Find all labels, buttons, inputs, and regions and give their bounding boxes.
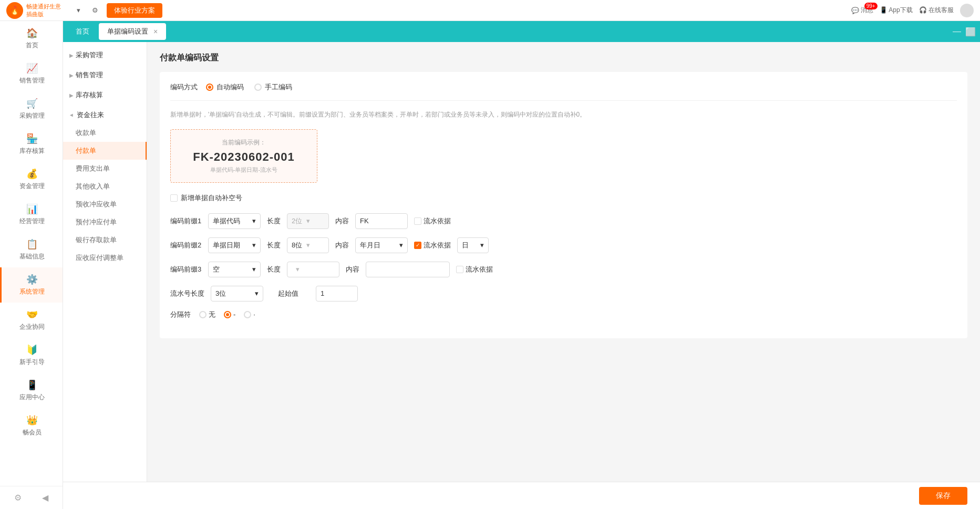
prefix3-content-input[interactable] bbox=[366, 262, 450, 277]
prefix3-select[interactable]: 空 ▾ bbox=[208, 262, 261, 277]
sidebar-item-base[interactable]: 📋 基础信息 bbox=[0, 232, 63, 267]
prefix2-period-select[interactable]: 日 ▾ bbox=[457, 237, 489, 253]
prefix1-content-input[interactable]: FK bbox=[355, 213, 408, 229]
tab-home[interactable]: 首页 bbox=[67, 23, 98, 40]
subsidebar-item-receipt[interactable]: 收款单 bbox=[63, 124, 147, 142]
sidebar-item-enterprise[interactable]: 🤝 企业协同 bbox=[0, 303, 63, 338]
sep-dash-radio[interactable] bbox=[224, 311, 231, 318]
prefix1-serial-cb-box[interactable] bbox=[414, 217, 421, 225]
subsidebar-group-inventory-title[interactable]: ▶ 库存核算 bbox=[63, 86, 147, 104]
subsidebar-item-expense[interactable]: 费用支出单 bbox=[63, 160, 147, 178]
sep-dot-radio[interactable] bbox=[244, 311, 251, 318]
brand-area: 🔥 畅捷通好生意 插曲版 bbox=[6, 2, 69, 19]
sep-dot-option[interactable]: · bbox=[244, 310, 255, 319]
window-maximize-icon[interactable]: ⬜ bbox=[965, 27, 976, 37]
subsidebar-item-advance-receivable[interactable]: 预收冲应收单 bbox=[63, 195, 147, 213]
subsidebar-group-capital-title[interactable]: ▼ 资金往来 bbox=[63, 106, 147, 124]
top-bar-left: 🔥 畅捷通好生意 插曲版 ▾ ⚙ 体验行业方案 bbox=[6, 2, 847, 19]
tab-close-icon[interactable]: × bbox=[153, 27, 158, 36]
sidebar-item-sales[interactable]: 📈 销售管理 bbox=[0, 56, 63, 91]
sep-dash-label: - bbox=[233, 310, 235, 318]
manual-encoding-radio[interactable] bbox=[254, 84, 262, 91]
separator-options: 无 - · bbox=[199, 310, 255, 319]
prefix1-content-label: 内容 bbox=[335, 216, 349, 226]
chevron-down-icon-c2: ▾ bbox=[399, 241, 403, 249]
user-avatar[interactable] bbox=[960, 4, 974, 17]
subsidebar-item-ap-adjustment[interactable]: 应收应付调整单 bbox=[63, 249, 147, 267]
auto-fill-checkbox[interactable] bbox=[170, 194, 178, 202]
sidebar-item-inventory[interactable]: 🏪 库存核算 bbox=[0, 127, 63, 162]
sidebar-item-apps[interactable]: 📱 应用中心 bbox=[0, 373, 63, 408]
member-icon: 👑 bbox=[26, 414, 38, 426]
window-minimize-icon[interactable]: — bbox=[953, 27, 961, 37]
preview-code: FK-20230602-001 bbox=[193, 150, 295, 164]
sidebar-collapse-btn[interactable]: ◀ bbox=[40, 491, 50, 505]
prefix3-serial-checkbox[interactable]: 流水依据 bbox=[456, 265, 493, 274]
sidebar-item-member[interactable]: 👑 畅会员 bbox=[0, 408, 63, 443]
sidebar-item-home[interactable]: 🏠 首页 bbox=[0, 21, 63, 56]
top-bar-right: 💬 消息 99+ 📱 App下载 🎧 在线客服 bbox=[851, 4, 974, 17]
sidebar-item-operation[interactable]: 📊 经营管理 bbox=[0, 197, 63, 232]
prefix2-length-input[interactable]: 8位 ▾ bbox=[287, 237, 329, 253]
subsidebar-group-inventory: ▶ 库存核算 bbox=[63, 86, 147, 104]
auto-encoding-option[interactable]: 自动编码 bbox=[206, 82, 244, 92]
online-service-btn[interactable]: 🎧 在线客服 bbox=[919, 6, 954, 15]
sub-layout: ▶ 采购管理 ▶ 销售管理 ▶ 库存核算 bbox=[63, 42, 980, 482]
prefix1-serial-checkbox[interactable]: 流水依据 bbox=[414, 216, 451, 226]
sep-none-option[interactable]: 无 bbox=[199, 310, 215, 319]
chevron-right-icon: ▶ bbox=[69, 53, 74, 58]
message-btn[interactable]: 💬 消息 99+ bbox=[851, 6, 873, 15]
sep-dash-option[interactable]: - bbox=[224, 310, 235, 319]
prefix3-content-label: 内容 bbox=[346, 265, 359, 274]
app-download-btn[interactable]: 📱 App下载 bbox=[880, 6, 913, 15]
manual-encoding-option[interactable]: 手工编码 bbox=[254, 82, 292, 92]
prefix2-select[interactable]: 单据日期 ▾ bbox=[208, 237, 261, 253]
prefix1-select[interactable]: 单据代码 ▾ bbox=[208, 213, 261, 229]
auto-fill-checkbox-row[interactable]: 新增单据自动补空号 bbox=[170, 193, 957, 203]
chevron-down-icon-p2: ▾ bbox=[252, 241, 256, 249]
serial-length-select[interactable]: 3位 ▾ bbox=[211, 286, 263, 302]
subsidebar-group-capital: ▼ 资金往来 收款单 付款单 费用支出单 其他收入单 bbox=[63, 106, 147, 267]
sep-none-radio[interactable] bbox=[199, 311, 207, 318]
chevron-down-icon-capital: ▼ bbox=[69, 112, 75, 118]
subsidebar-item-bank-deposit[interactable]: 银行存取款单 bbox=[63, 231, 147, 249]
subsidebar-item-advance-payable[interactable]: 预付冲应付单 bbox=[63, 213, 147, 231]
settings-icon[interactable]: ⚙ bbox=[88, 3, 102, 18]
subsidebar-group-purchase-title[interactable]: ▶ 采购管理 bbox=[63, 46, 147, 64]
auto-encoding-radio[interactable] bbox=[206, 84, 213, 91]
experience-btn[interactable]: 体验行业方案 bbox=[107, 3, 162, 18]
operation-icon: 📊 bbox=[26, 203, 38, 215]
tab-serial-setting[interactable]: 单据编码设置 × bbox=[99, 23, 166, 40]
prefix3-serial-cb-box[interactable] bbox=[456, 266, 463, 273]
sidebar-item-guide[interactable]: 🔰 新手引导 bbox=[0, 338, 63, 373]
serial-length-label: 流水号长度 bbox=[170, 289, 204, 298]
sep-dot-label: · bbox=[253, 310, 255, 318]
prefix3-serial-label: 流水依据 bbox=[466, 265, 493, 274]
start-value-input[interactable]: 1 bbox=[316, 286, 358, 302]
prefix3-row: 编码前缀3 空 ▾ 长度 ▾ 内容 bbox=[170, 262, 957, 277]
tab-bar: 首页 单据编码设置 × — ⬜ bbox=[63, 21, 980, 42]
preview-desc: 单据代码-单据日期-流水号 bbox=[210, 166, 277, 174]
sidebar-item-finance[interactable]: 💰 资金管理 bbox=[0, 162, 63, 197]
page-title: 付款单编码设置 bbox=[160, 53, 967, 64]
nav-dropdown[interactable]: ▾ bbox=[74, 5, 84, 15]
save-button[interactable]: 保存 bbox=[919, 487, 967, 505]
chevron-down-icon-sl: ▾ bbox=[255, 289, 259, 297]
content-card: 编码方式 自动编码 手工编码 bbox=[160, 72, 967, 338]
subsidebar-group-sales-title[interactable]: ▶ 销售管理 bbox=[63, 66, 147, 84]
subsidebar-item-other-income[interactable]: 其他收入单 bbox=[63, 178, 147, 195]
top-bar: 🔥 畅捷通好生意 插曲版 ▾ ⚙ 体验行业方案 💬 消息 99+ 📱 App下载… bbox=[0, 0, 980, 21]
prefix1-length-input[interactable]: 2位 ▾ bbox=[287, 213, 329, 229]
sidebar-item-system[interactable]: ⚙️ 系统管理 bbox=[0, 267, 63, 303]
prefix2-serial-checkbox[interactable]: ✓ 流水依据 bbox=[414, 241, 451, 250]
bottom-bar: 保存 bbox=[63, 482, 980, 509]
subsidebar-item-payment[interactable]: 付款单 bbox=[63, 142, 147, 160]
main-layout: 🏠 首页 📈 销售管理 🛒 采购管理 🏪 库存核算 💰 资金管理 📊 经营管理 … bbox=[0, 21, 980, 509]
prefix3-length-input[interactable]: ▾ bbox=[287, 262, 339, 277]
separator-label: 分隔符 bbox=[170, 310, 191, 319]
prefix2-content-select[interactable]: 年月日 ▾ bbox=[355, 237, 408, 253]
prefix2-serial-cb-box[interactable]: ✓ bbox=[414, 242, 421, 249]
separator-row: 分隔符 无 - · bbox=[170, 310, 957, 319]
sidebar-settings-btn[interactable]: ⚙ bbox=[12, 491, 24, 505]
sidebar-item-purchase[interactable]: 🛒 采购管理 bbox=[0, 91, 63, 127]
